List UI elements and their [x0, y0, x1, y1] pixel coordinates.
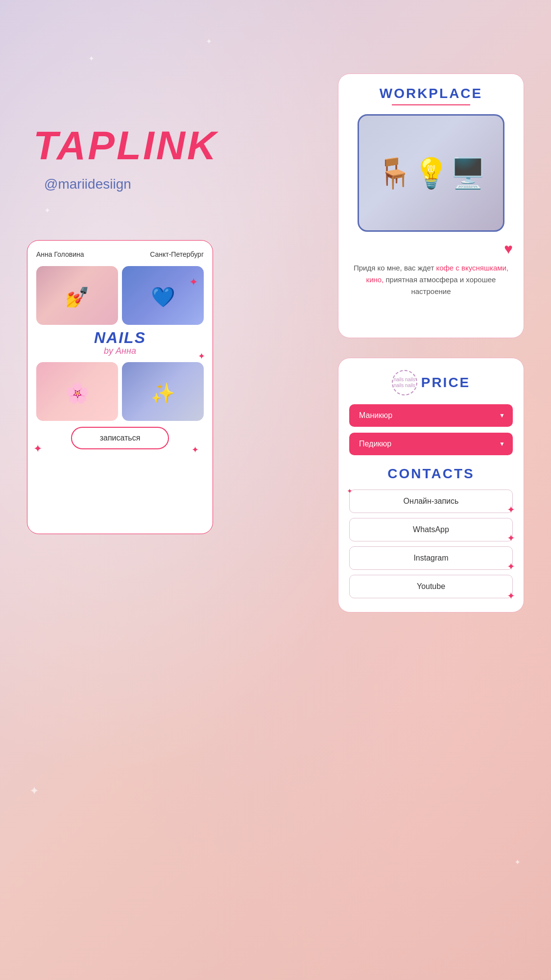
- bg-sparkle: ✦: [88, 54, 95, 63]
- instagram-label: Instagram: [413, 554, 448, 562]
- nail-image-2: [122, 266, 204, 325]
- sparkle-icon-3: ✦: [33, 442, 42, 455]
- sparkle-icon-4: ✦: [192, 444, 199, 455]
- workplace-card: WORKPLACE 🪑💡🖥️ ♥ Придя ко мне, вас ждет …: [338, 74, 524, 338]
- price-header: nails nails nails nails PRICE: [349, 370, 513, 395]
- manikur-button[interactable]: Маникюр: [349, 404, 513, 427]
- nails-card-header: Анна Головина Санкт-Петербург: [36, 250, 204, 258]
- instagram-button[interactable]: Instagram ✦: [349, 546, 513, 570]
- whatsapp-label: WhatsApp: [413, 525, 449, 534]
- youtube-button[interactable]: Youtube ✦: [349, 575, 513, 598]
- pedikur-label: Педикюр: [359, 440, 391, 448]
- pedikur-button[interactable]: Педикюр: [349, 433, 513, 455]
- sparkle-instagram-icon: ✦: [507, 561, 515, 572]
- contacts-title: CONTACTS: [349, 466, 513, 482]
- bg-sparkle: ✦: [206, 37, 212, 46]
- price-title: PRICE: [421, 375, 471, 391]
- nails-grid-top: [36, 266, 204, 325]
- nails-title-area: NAILS by Анна: [36, 329, 204, 356]
- bg-sparkle: ✦: [29, 784, 39, 798]
- zapisatsya-button[interactable]: записаться: [71, 427, 169, 449]
- contacts-list: Онлайн-запись ✦ ✦ WhatsApp ✦ Instagram ✦…: [349, 490, 513, 598]
- price-card: nails nails nails nails PRICE Маникюр Пе…: [338, 358, 524, 612]
- taplink-title: TAPLINK: [33, 122, 218, 169]
- manikur-label: Маникюр: [359, 411, 392, 419]
- workplace-desc-prefix: Придя ко мне, вас ждет: [354, 264, 436, 272]
- workplace-image: 🪑💡🖥️: [358, 114, 504, 232]
- nails-name-right: Санкт-Петербург: [150, 250, 204, 258]
- page-container: ✦ ✦ ✦ ✦ ✦ ✦ TAPLINK @mariidesiign Анна Г…: [0, 0, 551, 980]
- sparkle-youtube-icon: ✦: [507, 590, 515, 602]
- nails-main-title: NAILS: [36, 329, 204, 347]
- workplace-title: WORKPLACE: [349, 86, 513, 105]
- nails-name-left: Анна Головина: [36, 250, 84, 258]
- taplink-handle: @mariidesiign: [44, 176, 131, 192]
- sparkle-tl-icon: ✦: [347, 487, 353, 495]
- nail-image-4: [122, 362, 204, 421]
- price-stamp: nails nails nails nails: [392, 370, 417, 395]
- youtube-label: Youtube: [417, 582, 445, 590]
- heart-icon: ♥: [349, 241, 513, 257]
- bg-sparkle: ✦: [514, 858, 521, 867]
- nail-image-1: [36, 266, 118, 325]
- bg-sparkle: ✦: [44, 206, 50, 215]
- whatsapp-button[interactable]: WhatsApp ✦: [349, 518, 513, 541]
- online-booking-button[interactable]: Онлайн-запись ✦ ✦: [349, 490, 513, 513]
- online-booking-label: Онлайн-запись: [404, 497, 459, 505]
- sparkle-icon-2: ✦: [198, 351, 205, 362]
- sparkle-whatsapp-icon: ✦: [507, 532, 515, 544]
- nails-sub-title: by Анна: [36, 346, 204, 356]
- workplace-description: Придя ко мне, вас ждет кофе с вкусняшкам…: [349, 262, 513, 297]
- workplace-desc-suffix: приятная атмосфера и хорошее настроение: [383, 275, 496, 295]
- nails-grid-bottom: [36, 362, 204, 421]
- workplace-image-placeholder: 🪑💡🖥️: [376, 156, 486, 191]
- sparkle-br-icon: ✦: [507, 504, 515, 515]
- sparkle-icon-1: ✦: [189, 276, 198, 289]
- price-stamp-text: nails nails nails nails: [393, 377, 416, 389]
- nail-image-3: [36, 362, 118, 421]
- nails-card: Анна Головина Санкт-Петербург ✦ NAILS by…: [27, 240, 213, 534]
